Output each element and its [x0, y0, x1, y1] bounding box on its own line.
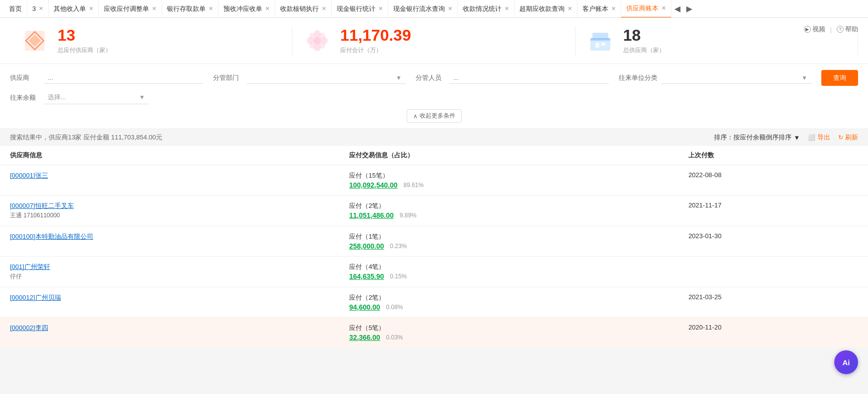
- table-row: [000002]李四 应付（5笔） 32,366.00 0.03% 2020-1…: [0, 318, 868, 347]
- balance-filter-label: 往来余额: [10, 93, 40, 102]
- transaction-info-3: 应付（1笔） 258,000.00 0.23%: [349, 232, 688, 250]
- supplier-info-4: [001]广州荣轩 仔仔: [10, 263, 349, 281]
- stat-block-suppliers-payable: 13 总应付供应商（家）: [10, 26, 292, 56]
- nav-tab-receipt-verify-close[interactable]: ✕: [322, 5, 326, 12]
- nav-tab-home[interactable]: 首页: [4, 0, 27, 18]
- transaction-count-6: 应付（5笔）: [349, 324, 688, 332]
- last-pay-3: 2023-01-30: [688, 232, 858, 240]
- transaction-amount-5[interactable]: 94,600.00: [349, 303, 380, 311]
- category-filter-select[interactable]: ▼: [661, 72, 812, 84]
- transaction-percent-5: 0.08%: [386, 304, 403, 311]
- transaction-count-3: 应付（1笔）: [349, 232, 688, 241]
- last-pay-1: 2022-08-08: [688, 171, 858, 179]
- nav-tab-cash-flow-close[interactable]: ✕: [448, 5, 452, 12]
- supplier-link-4[interactable]: [001]广州荣轩: [10, 263, 349, 271]
- nav-tab-3-label: 3: [32, 5, 36, 12]
- nav-tab-pre-receipt-label: 预收冲应收单: [223, 4, 262, 13]
- supplier-link-2[interactable]: [000007]恒旺二手叉车: [10, 201, 349, 210]
- query-button[interactable]: 查询: [821, 70, 858, 86]
- nav-tab-cash-flow[interactable]: 现金银行流水查询 ✕: [388, 0, 458, 18]
- stat-label-total-suppliers: 总供应商（家）: [623, 46, 665, 55]
- nav-next-arrow[interactable]: ▶: [683, 4, 695, 13]
- nav-tab-receipt-stat[interactable]: 收款情况统计 ✕: [458, 0, 514, 18]
- supplier-link-3[interactable]: [000100]本特勤油品有限公司: [10, 232, 349, 241]
- supplier-filter-input[interactable]: [44, 72, 203, 84]
- nav-tab-supplier-book-close[interactable]: ✕: [661, 5, 666, 11]
- transaction-amount-6[interactable]: 32,366.00: [349, 333, 380, 341]
- transaction-amount-2[interactable]: 11,051,486.00: [349, 211, 394, 219]
- export-icon: ⬜: [808, 134, 815, 141]
- sort-label: 排序：按应付余额倒序排序: [714, 133, 792, 142]
- divider: |: [830, 26, 832, 33]
- balance-dropdown-arrow-icon: ▼: [139, 94, 145, 101]
- nav-tab-customer-book[interactable]: 客户账本 ✕: [578, 0, 621, 18]
- filter-balance: 往来余额 选择... ▼: [10, 91, 149, 104]
- supplier-link-1[interactable]: [000001]张三: [10, 171, 349, 180]
- col-header-transaction: 应付交易信息（占比）: [349, 151, 688, 160]
- collapse-icon: ∧: [413, 113, 418, 120]
- transaction-info-4: 应付（4笔） 164,635.90 0.15%: [349, 263, 688, 280]
- stat-block-ap-total: 11,170.39 应付合计（万）: [292, 26, 575, 56]
- nav-tab-other-income-close[interactable]: ✕: [89, 5, 93, 12]
- svg-point-9: [319, 33, 325, 39]
- nav-tab-customer-book-label: 客户账本: [582, 4, 608, 13]
- nav-tab-bank-deposit-close[interactable]: ✕: [209, 5, 213, 12]
- dept-dropdown-arrow-icon: ▼: [396, 74, 402, 81]
- supplier-info-2: [000007]恒旺二手叉车 王通 17106110000: [10, 201, 349, 220]
- nav-tab-bank-deposit-label: 银行存取款单: [167, 4, 206, 13]
- nav-tab-ar-ap-adjust-label: 应收应付调整单: [104, 4, 149, 13]
- stats-header: 13 总应付供应商（家） 11,170.39 应付合计（万）: [0, 18, 868, 64]
- transaction-amount-1[interactable]: 100,092,540.00: [349, 181, 397, 189]
- nav-tab-3[interactable]: 3 ✕: [27, 0, 49, 18]
- nav-tab-pre-receipt-close[interactable]: ✕: [265, 5, 270, 12]
- transaction-amount-3[interactable]: 258,000.00: [349, 242, 384, 250]
- sort-button[interactable]: 排序：按应付余额倒序排序 ▼: [714, 133, 800, 142]
- nav-tab-supplier-book[interactable]: 供应商账本 ✕: [621, 0, 671, 18]
- nav-tab-receipt-verify[interactable]: 收款核销执行 ✕: [275, 0, 332, 18]
- nav-tab-other-income[interactable]: 其他收入单 ✕: [49, 0, 99, 18]
- flower-icon: [302, 26, 332, 56]
- transaction-amount-4[interactable]: 164,635.90: [349, 272, 384, 280]
- last-pay-5: 2021-03-25: [688, 293, 858, 301]
- last-pay-2: 2021-11-17: [688, 201, 858, 209]
- person-filter-input[interactable]: [449, 72, 609, 84]
- transaction-percent-2: 9.89%: [400, 212, 417, 219]
- stat-number-suppliers-payable: 13: [58, 27, 111, 44]
- supplier-info-1: [000001]张三: [10, 171, 349, 180]
- supplier-link-5[interactable]: [000012]广州贝瑞: [10, 293, 349, 302]
- help-link[interactable]: ? 帮助: [837, 25, 858, 34]
- top-navigation: 首页 3 ✕ 其他收入单 ✕ 应收应付调整单 ✕ 银行存取款单 ✕ 预收冲应收单…: [0, 0, 868, 18]
- nav-tab-3-close[interactable]: ✕: [39, 5, 43, 12]
- supplier-link-6[interactable]: [000002]李四: [10, 324, 349, 332]
- category-filter-label: 往来单位分类: [619, 73, 657, 82]
- collapse-button[interactable]: ∧ 收起更多条件: [407, 109, 462, 123]
- nav-tab-receipt-stat-close[interactable]: ✕: [505, 5, 509, 12]
- refresh-button[interactable]: ↻ 刷新: [838, 133, 858, 142]
- nav-tab-customer-book-close[interactable]: ✕: [611, 5, 616, 12]
- video-link[interactable]: ▶ 视频: [804, 25, 825, 34]
- nav-tab-cash-bank-stat-close[interactable]: ✕: [378, 5, 383, 12]
- nav-tab-bank-deposit[interactable]: 银行存取款单 ✕: [162, 0, 218, 18]
- collapse-label: 收起更多条件: [420, 112, 455, 120]
- nav-prev-arrow[interactable]: ◀: [671, 4, 683, 13]
- svg-point-10: [309, 43, 315, 49]
- nav-tab-other-income-label: 其他收入单: [54, 4, 86, 13]
- filter-category: 往来单位分类 ▼: [619, 72, 812, 84]
- nav-tab-overdue-ar[interactable]: 超期应收款查询 ✕: [514, 0, 578, 18]
- dept-filter-select[interactable]: ▼: [247, 72, 406, 84]
- balance-filter-text: 选择...: [48, 93, 66, 102]
- transaction-info-1: 应付（15笔） 100,092,540.00 89.61%: [349, 171, 688, 189]
- last-pay-date-2: 2021-11-17: [688, 201, 722, 209]
- table-row: [001]广州荣轩 仔仔 应付（4笔） 164,635.90 0.15%: [0, 257, 868, 287]
- export-button[interactable]: ⬜ 导出: [808, 133, 830, 142]
- nav-tab-cash-bank-stat[interactable]: 现金银行统计 ✕: [332, 0, 388, 18]
- filter-area: 供应商 分管部门 ▼ 分管人员 往来单位分类 ▼ 查询 往来余额 选择: [0, 64, 868, 129]
- balance-filter-select[interactable]: 选择... ▼: [44, 91, 149, 104]
- nav-tab-overdue-ar-close[interactable]: ✕: [568, 5, 572, 12]
- nav-tab-pre-receipt[interactable]: 预收冲应收单 ✕: [218, 0, 275, 18]
- video-label: 视频: [812, 25, 825, 34]
- nav-tab-ar-ap-adjust-close[interactable]: ✕: [152, 5, 156, 12]
- nav-tab-ar-ap-adjust[interactable]: 应收应付调整单 ✕: [99, 0, 162, 18]
- svg-point-3: [313, 37, 321, 45]
- diamond-icon: [20, 26, 50, 56]
